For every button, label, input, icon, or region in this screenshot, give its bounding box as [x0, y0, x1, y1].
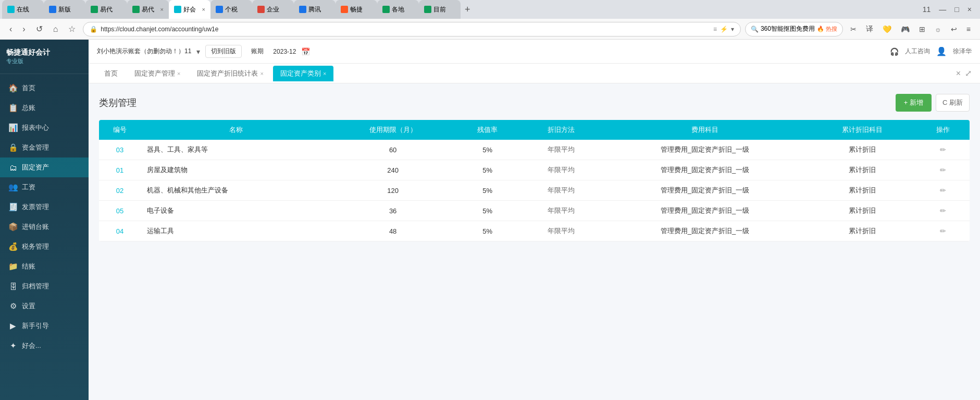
col-accum: 累计折旧科目	[808, 120, 916, 140]
home-button[interactable]: ⌂	[50, 22, 61, 36]
table-header: 编号 名称 使用期限（月） 残值率 折旧方法 费用科目 累计折旧科目 操作	[99, 120, 970, 140]
tab-close-icon[interactable]: ×	[177, 70, 180, 77]
browser-tab-online[interactable]: 在线	[2, 0, 44, 19]
cell-action[interactable]: ✏	[916, 180, 970, 201]
minimize-icon[interactable]: —	[937, 3, 948, 16]
tab-depreciation[interactable]: 固定资产折旧统计表 ×	[190, 66, 270, 81]
translate-icon[interactable]: 译	[863, 22, 876, 36]
cell-action[interactable]: ✏	[916, 221, 970, 241]
cell-action[interactable]: ✏	[916, 160, 970, 180]
browser-tab-changjie[interactable]: 畅捷	[336, 0, 377, 19]
sidebar-item-funds[interactable]: 🔒 资金管理	[0, 138, 89, 157]
bookmark-button[interactable]: ☆	[65, 22, 79, 36]
browser-menu-icon[interactable]: ≡	[963, 23, 974, 35]
tab-close-icon[interactable]: ×	[323, 70, 326, 77]
table-row: 03 器具、工具、家具等 60 5% 年限平均 管理费用_固定资产折旧_一级 累…	[99, 140, 970, 160]
dropdown-icon[interactable]: ▾	[731, 26, 734, 33]
sidebar-item-inventory[interactable]: 📦 进销台账	[0, 217, 89, 237]
address-bar[interactable]: 🔒 https://cloud.chanjet.com/accounting/u…	[83, 22, 741, 37]
browser-menu-icon[interactable]: ≡	[713, 26, 717, 33]
browser-tab-tencent[interactable]: 腾讯	[294, 0, 336, 19]
lock-icon: 🔒	[90, 26, 97, 33]
col-code: 编号	[99, 120, 141, 140]
new-tab-button[interactable]: +	[461, 0, 475, 19]
back-button[interactable]: ‹	[6, 22, 15, 36]
section-header: 类别管理 + 新增 C 刷新	[99, 94, 970, 112]
cell-code: 05	[99, 201, 141, 221]
browser-tab-yidai1[interactable]: 易代	[85, 0, 127, 19]
cell-action[interactable]: ✏	[916, 201, 970, 221]
cell-code: 03	[99, 140, 141, 160]
category-table: 编号 名称 使用期限（月） 残值率 折旧方法 费用科目 累计折旧科目 操作 03…	[99, 120, 970, 241]
search-bar[interactable]: 🔍 360智能抠图免费用 🔥 热搜	[745, 22, 843, 37]
browser-tab-yidai2[interactable]: 易代 ×	[127, 0, 169, 19]
close-panel-icon[interactable]: ×	[956, 69, 961, 78]
sidebar-item-invoices[interactable]: 🧾 发票管理	[0, 197, 89, 217]
grid-icon[interactable]: ⊞	[916, 23, 928, 35]
lightning-icon[interactable]: ⚡	[720, 26, 728, 33]
edit-icon[interactable]: ✏	[940, 207, 946, 215]
sidebar-item-label: 资金管理	[22, 143, 49, 152]
tab-close-icon[interactable]: ×	[260, 70, 263, 77]
refresh-button[interactable]: C 刷新	[936, 94, 970, 112]
edit-icon[interactable]: ✏	[940, 146, 946, 154]
tab-close-icon[interactable]: ×	[160, 6, 164, 13]
sidebar-item-fixed-assets[interactable]: 🗂 固定资产	[0, 157, 89, 177]
brightness-icon[interactable]: ☼	[932, 23, 945, 35]
sidebar-item-reports[interactable]: 📊 报表中心	[0, 118, 89, 138]
scissors-icon[interactable]: ✂	[847, 23, 860, 35]
sidebar-item-label: 固定资产	[22, 163, 49, 172]
undo-icon[interactable]: ↩	[948, 23, 960, 35]
settlement-icon: 📁	[8, 262, 18, 271]
sidebar-item-tax[interactable]: 💰 税务管理	[0, 237, 89, 257]
calendar-icon[interactable]: 📅	[301, 47, 310, 56]
browser-tab-haohui[interactable]: 好会 ×	[169, 0, 210, 19]
tab-favicon	[382, 6, 390, 13]
sidebar-item-label: 工资	[22, 183, 35, 192]
consultant-label[interactable]: 人工咨询	[905, 47, 930, 56]
tab-asset-mgmt[interactable]: 固定资产管理 ×	[127, 66, 188, 81]
cell-action[interactable]: ✏	[916, 140, 970, 160]
sidebar-item-guide[interactable]: ▶ 新手引导	[0, 316, 89, 336]
refresh-button[interactable]: ↺	[33, 22, 46, 36]
col-residual: 残值率	[454, 120, 520, 140]
inventory-icon: 📦	[8, 222, 18, 232]
tab-title: 畅捷	[350, 5, 372, 14]
fullscreen-icon[interactable]: ⤢	[965, 68, 972, 78]
sidebar-item-label: 设置	[22, 301, 35, 311]
cell-accum: 累计折旧	[808, 140, 916, 160]
forward-button[interactable]: ›	[19, 22, 28, 36]
browser-tab-enterprise[interactable]: 企业	[252, 0, 294, 19]
sidebar-item-more[interactable]: ✦ 好会...	[0, 336, 89, 356]
tab-label: 固定资产管理	[134, 69, 175, 78]
main-content: 类别管理 + 新增 C 刷新 编号 名称 使用期限（月） 残值率 折旧方法 费用…	[89, 83, 980, 400]
tab-asset-category[interactable]: 固定资产类别 ×	[273, 66, 333, 81]
payroll-icon: 👥	[8, 183, 18, 192]
sidebar-item-archive[interactable]: 🗄 归档管理	[0, 276, 89, 296]
tab-home[interactable]: 首页	[97, 66, 125, 81]
close-window-icon[interactable]: ×	[965, 3, 974, 16]
browser-tab-gedi[interactable]: 各地	[377, 0, 419, 19]
switch-view-button[interactable]: 切到旧版	[205, 45, 242, 58]
sidebar-item-settings[interactable]: ⚙ 设置	[0, 296, 89, 316]
col-name: 名称	[141, 120, 332, 140]
edit-icon[interactable]: ✏	[940, 166, 946, 174]
expand-icon[interactable]: ▾	[196, 47, 200, 56]
tab-title: 好会	[183, 5, 200, 14]
tab-close-icon[interactable]: ×	[202, 6, 205, 13]
sidebar-item-ledger[interactable]: 📋 总账	[0, 98, 89, 118]
browser-tab-new[interactable]: 新版	[44, 0, 85, 19]
add-button[interactable]: + 新增	[896, 94, 932, 112]
sidebar-item-payroll[interactable]: 👥 工资	[0, 177, 89, 197]
edit-icon[interactable]: ✏	[940, 227, 946, 235]
edit-icon[interactable]: ✏	[940, 186, 946, 195]
game-icon[interactable]: 🎮	[898, 23, 913, 35]
wallet-icon[interactable]: 💛	[879, 23, 895, 35]
sidebar-item-home[interactable]: 🏠 首页	[0, 78, 89, 98]
browser-tab-muqian[interactable]: 目前	[419, 0, 461, 19]
cell-method: 年限平均	[521, 160, 602, 180]
maximize-icon[interactable]: □	[952, 3, 961, 16]
browser-tab-tax[interactable]: 个税	[210, 0, 252, 19]
sidebar-item-settlement[interactable]: 📁 结账	[0, 257, 89, 276]
right-panel: 刘小艳演示账套（勿删勿动！）11 ▾ 切到旧版 账期 2023-12 📅 🎧 人…	[89, 40, 980, 400]
